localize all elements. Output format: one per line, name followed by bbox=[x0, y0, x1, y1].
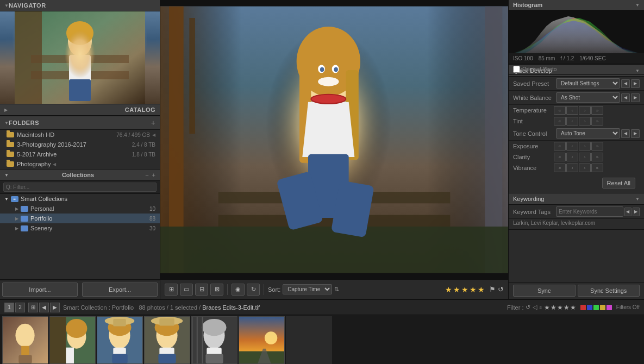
folder-item-archive[interactable]: 5-2017 Archive 1.8 / 8 TB bbox=[0, 149, 160, 159]
film-thumb-7[interactable] bbox=[286, 316, 332, 364]
tint-r-btn[interactable]: › bbox=[579, 117, 591, 125]
color-filter-blue[interactable] bbox=[587, 305, 592, 310]
keyword-input[interactable] bbox=[556, 206, 623, 217]
keywording-collapse-icon: ▼ bbox=[635, 197, 640, 202]
film-thumb-5[interactable] bbox=[191, 316, 237, 364]
star-2[interactable]: ★ bbox=[453, 285, 460, 294]
filter-star-1[interactable]: ★ bbox=[544, 304, 550, 311]
rotate-btn[interactable]: ↻ bbox=[247, 284, 260, 296]
clar-r-btn[interactable]: › bbox=[579, 153, 591, 161]
collections-minus-btn[interactable]: − bbox=[145, 172, 148, 178]
svg-rect-47 bbox=[113, 319, 126, 327]
star-1[interactable]: ★ bbox=[445, 285, 452, 294]
keywording-header[interactable]: Keywording ▼ bbox=[509, 193, 644, 205]
sync-settings-button[interactable]: Sync Settings bbox=[578, 285, 640, 297]
tint-ll-btn[interactable]: « bbox=[554, 117, 566, 125]
filter-star-5[interactable]: ★ bbox=[570, 304, 576, 311]
saved-preset-select[interactable]: Default Settings bbox=[556, 78, 620, 89]
star-3[interactable]: ★ bbox=[461, 285, 468, 294]
wb-right-btn[interactable]: ▶ bbox=[631, 93, 640, 102]
tint-l-btn[interactable]: ‹ bbox=[566, 117, 578, 125]
vib-l-btn[interactable]: ‹ bbox=[566, 164, 578, 172]
flag-btn[interactable]: ⚑ bbox=[489, 285, 496, 293]
collection-portfolio[interactable]: ▶ Portfolio 88 bbox=[0, 214, 160, 223]
exp-r-btn[interactable]: › bbox=[579, 142, 591, 150]
folders-add-btn[interactable]: + bbox=[151, 118, 155, 127]
clar-rr-btn[interactable]: » bbox=[591, 153, 603, 161]
collection-personal[interactable]: ▶ Personal 10 bbox=[0, 204, 160, 214]
sort-select[interactable]: Capture Time bbox=[283, 284, 332, 294]
folder-item-macintosh[interactable]: Macintosh HD 76.4 / 499 GB ◀ bbox=[0, 130, 160, 140]
collection-scenery[interactable]: ▶ Scenery 30 bbox=[0, 223, 160, 233]
folder-item-photography[interactable]: Photography ◀ bbox=[0, 159, 160, 169]
star-4[interactable]: ★ bbox=[470, 285, 477, 294]
catalog-header[interactable]: ▶ Catalog bbox=[0, 104, 160, 116]
saved-preset-right-btn[interactable]: ▶ bbox=[631, 79, 640, 88]
exp-ll-btn[interactable]: « bbox=[554, 142, 566, 150]
keyword-right-btn[interactable]: ▶ bbox=[633, 208, 640, 216]
star-5[interactable]: ★ bbox=[478, 285, 485, 294]
temp-l-btn[interactable]: ‹ bbox=[566, 106, 578, 115]
color-filter-purple[interactable] bbox=[607, 305, 612, 310]
sync-button[interactable]: Sync bbox=[513, 285, 576, 297]
navigator-header[interactable]: ▼ Navigator bbox=[0, 0, 160, 11]
survey-view-btn[interactable]: ⊠ bbox=[210, 284, 223, 296]
film-thumb-4[interactable] bbox=[144, 316, 190, 364]
temp-r-btn[interactable]: › bbox=[579, 106, 591, 115]
filter-star-3[interactable]: ★ bbox=[557, 304, 563, 311]
vib-ll-btn[interactable]: « bbox=[554, 164, 566, 172]
histogram-header[interactable]: Histogram ▼ bbox=[509, 0, 644, 10]
compare-view-btn[interactable]: ⊟ bbox=[195, 284, 208, 296]
export-button[interactable]: Export... bbox=[82, 283, 158, 297]
white-balance-select[interactable]: As Shot bbox=[556, 92, 620, 103]
filter-star-2[interactable]: ★ bbox=[551, 304, 557, 311]
collections-header[interactable]: ▼ Collections − + bbox=[0, 170, 160, 181]
vib-r-btn[interactable]: › bbox=[579, 164, 591, 172]
nav-left-btn[interactable]: ◀ bbox=[39, 303, 49, 312]
rotate-ccw-btn[interactable]: ↺ bbox=[498, 285, 504, 293]
tint-rr-btn[interactable]: » bbox=[591, 117, 603, 125]
page-num-1[interactable]: 1 bbox=[4, 303, 14, 312]
exp-l-btn[interactable]: ‹ bbox=[566, 142, 578, 150]
toolbar-divider-1 bbox=[227, 284, 228, 295]
smart-collections-header[interactable]: ▼ ≡ Smart Collections bbox=[0, 194, 160, 204]
saved-preset-left-btn[interactable]: ◀ bbox=[621, 79, 630, 88]
exp-rr-btn[interactable]: » bbox=[591, 142, 603, 150]
collections-plus-btn[interactable]: + bbox=[152, 172, 155, 178]
nav-right-btn[interactable]: ▶ bbox=[50, 303, 60, 312]
personal-count: 10 bbox=[149, 206, 155, 212]
filter-star-4[interactable]: ★ bbox=[564, 304, 570, 311]
clar-l-btn[interactable]: ‹ bbox=[566, 153, 578, 161]
filter-back-btn[interactable]: ◁ bbox=[533, 304, 537, 311]
tone-left-btn[interactable]: ◀ bbox=[621, 129, 630, 138]
film-thumb-3[interactable] bbox=[97, 316, 143, 364]
nav-grid-btn[interactable]: ⊞ bbox=[28, 303, 38, 312]
main-photo-view[interactable] bbox=[160, 0, 508, 279]
color-filter-green[interactable] bbox=[593, 305, 599, 310]
page-num-2[interactable]: 2 bbox=[15, 303, 25, 312]
color-filter-yellow[interactable] bbox=[600, 305, 605, 310]
original-photo-checkbox[interactable] bbox=[513, 66, 520, 73]
film-thumb-1[interactable] bbox=[2, 316, 48, 364]
collections-search-input[interactable] bbox=[3, 183, 157, 192]
develop-btn[interactable]: ◉ bbox=[232, 284, 245, 296]
folders-header[interactable]: ▼ Folders + bbox=[0, 116, 160, 130]
clar-ll-btn[interactable]: « bbox=[554, 153, 566, 161]
keyword-left-btn[interactable]: ◀ bbox=[624, 208, 632, 216]
tone-right-btn[interactable]: ▶ bbox=[631, 129, 640, 138]
temp-ll-btn[interactable]: « bbox=[554, 106, 566, 115]
import-button[interactable]: Import... bbox=[2, 283, 78, 297]
wb-left-btn[interactable]: ◀ bbox=[621, 93, 630, 102]
filter-refresh-btn[interactable]: ↺ bbox=[526, 304, 530, 311]
tone-control-select[interactable]: Auto Tone bbox=[556, 128, 620, 139]
film-thumb-6[interactable] bbox=[239, 316, 285, 364]
grid-view-btn[interactable]: ⊞ bbox=[165, 284, 178, 296]
sort-reverse-icon[interactable]: ⇅ bbox=[334, 286, 339, 293]
vib-rr-btn[interactable]: » bbox=[591, 164, 603, 172]
temp-rr-btn[interactable]: » bbox=[591, 106, 603, 115]
loupe-view-btn[interactable]: ▭ bbox=[180, 284, 193, 296]
film-thumb-2[interactable] bbox=[49, 316, 96, 364]
color-filter-red[interactable] bbox=[580, 305, 586, 310]
folder-item-photography-2016[interactable]: 3-Photography 2016-2017 2.4 / 8 TB bbox=[0, 140, 160, 149]
reset-all-button[interactable]: Reset All bbox=[602, 178, 635, 189]
